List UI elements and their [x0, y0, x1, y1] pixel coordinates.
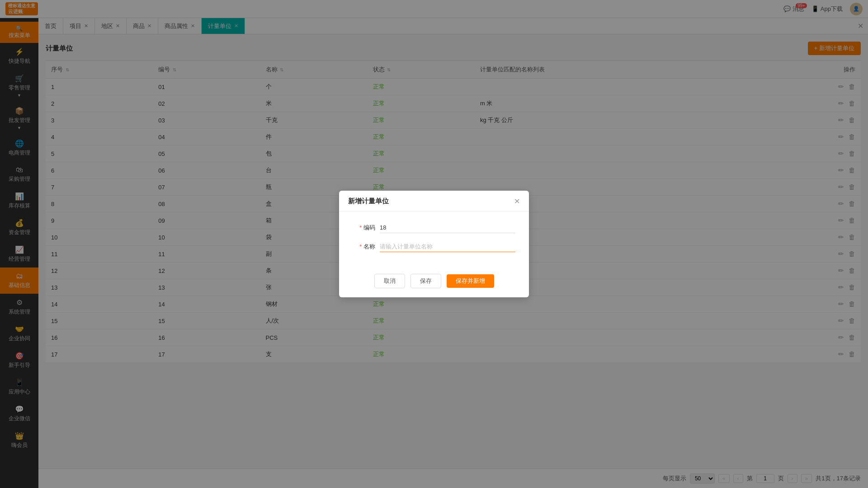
form-code-label: * 编码 [353, 224, 375, 232]
save-and-new-button[interactable]: 保存并新增 [447, 274, 494, 288]
modal-close-button[interactable]: ✕ [514, 197, 520, 206]
form-name-input[interactable] [380, 241, 515, 252]
save-button[interactable]: 保存 [410, 274, 441, 288]
form-row-name: * 名称 [353, 241, 515, 252]
required-star-2: * [359, 243, 362, 250]
form-row-code: * 编码 [353, 222, 515, 233]
modal-title: 新增计量单位 [348, 197, 389, 206]
add-unit-modal: 新增计量单位 ✕ * 编码 * 名称 取消 保存 保存并新增 [339, 191, 529, 297]
form-name-label: * 名称 [353, 243, 375, 251]
form-code-input[interactable] [380, 222, 515, 233]
modal-footer: 取消 保存 保存并新增 [339, 267, 529, 297]
required-star: * [359, 224, 362, 231]
modal-overlay[interactable]: 新增计量单位 ✕ * 编码 * 名称 取消 保存 保存并新增 [0, 0, 868, 488]
cancel-button[interactable]: 取消 [374, 274, 405, 288]
modal-body: * 编码 * 名称 [339, 211, 529, 267]
modal-header: 新增计量单位 ✕ [339, 191, 529, 211]
